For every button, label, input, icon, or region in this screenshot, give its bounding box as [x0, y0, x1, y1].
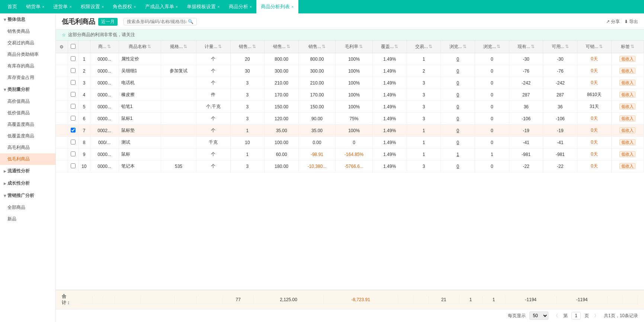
cell-name[interactable]: 橡皮擦: [119, 89, 161, 101]
col-coverage[interactable]: 覆盖...⇅: [372, 41, 407, 53]
sidebar-item-low-margin[interactable]: 低毛利商品: [0, 153, 55, 165]
cell-checkbox[interactable]: [68, 160, 78, 172]
cell-views1[interactable]: 0: [441, 101, 475, 113]
cell-checkbox[interactable]: [68, 149, 78, 160]
sidebar-item-traded-products[interactable]: 交易过的商品: [0, 37, 55, 49]
sidebar-group-growth[interactable]: ▸ 成长性分析: [0, 177, 55, 189]
col-spec[interactable]: 规格...⇅: [161, 41, 196, 53]
page-size-select[interactable]: 50 10 20 100: [529, 312, 548, 320]
cell-views1[interactable]: 1: [441, 149, 475, 160]
cell-name[interactable]: 铅笔1: [119, 101, 161, 113]
cell-views1[interactable]: 0: [441, 53, 475, 65]
row-checkbox[interactable]: [71, 152, 76, 156]
sidebar-item-low-value[interactable]: 低价值商品: [0, 107, 55, 119]
close-icon[interactable]: ×: [134, 4, 136, 9]
sidebar-group-marketing[interactable]: ▾ 营销推广分析: [0, 189, 55, 202]
col-code[interactable]: 商...⇅: [90, 41, 119, 53]
col-tag[interactable]: 标签⇅: [611, 41, 644, 53]
sidebar-item-low-coverage[interactable]: 低覆盖度商品: [0, 130, 55, 142]
cell-checkbox[interactable]: [68, 125, 78, 137]
close-icon[interactable]: ×: [217, 4, 220, 9]
nav-home[interactable]: 首页: [3, 0, 22, 13]
sidebar-item-capital-usage[interactable]: 库存资金占用: [0, 72, 55, 83]
col-available[interactable]: 可用...⇅: [543, 41, 577, 53]
col-views1[interactable]: 浏览...⇅: [441, 41, 475, 53]
sidebar-item-high-margin[interactable]: 高毛利商品: [0, 142, 55, 153]
row-checkbox[interactable]: [71, 68, 76, 73]
row-checkbox[interactable]: [71, 116, 76, 121]
cell-name[interactable]: 吴细细1: [119, 65, 161, 77]
close-icon[interactable]: ×: [42, 4, 44, 9]
col-unit[interactable]: 计量...⇅: [196, 41, 230, 53]
cell-views1[interactable]: 0: [441, 89, 475, 101]
col-saleable[interactable]: 可销...⇅: [577, 41, 612, 53]
nav-permissions[interactable]: 权限设置 ×: [76, 0, 108, 13]
col-sales-qty[interactable]: 销售...⇅: [230, 41, 265, 53]
sidebar-item-high-value[interactable]: 高价值商品: [0, 96, 55, 107]
select-all-checkbox[interactable]: [71, 44, 76, 49]
cell-name[interactable]: 鼠标垫: [119, 125, 161, 137]
col-name[interactable]: 商品名称⇅: [119, 41, 161, 53]
prev-page-button[interactable]: 〈: [552, 312, 560, 320]
row-checkbox[interactable]: [71, 104, 76, 109]
sidebar-item-category-rate[interactable]: 商品分类助销率: [0, 49, 55, 60]
cell-views1[interactable]: 0: [441, 125, 475, 137]
row-checkbox[interactable]: [71, 140, 76, 144]
cell-views1[interactable]: 0: [441, 113, 475, 125]
sidebar-group-liquidity[interactable]: ▸ 流通性分析: [0, 165, 55, 177]
sidebar-item-sales-products[interactable]: 销售类商品: [0, 26, 55, 37]
cell-views1[interactable]: 0: [441, 160, 475, 172]
share-button[interactable]: ↗ 分享: [606, 19, 620, 25]
col-gross-margin[interactable]: 毛利率⇅: [335, 41, 372, 53]
cell-views1[interactable]: 0: [441, 65, 475, 77]
nav-role-auth[interactable]: 角色授权 ×: [108, 0, 140, 13]
col-current-stock[interactable]: 现有...⇅: [509, 41, 543, 53]
nav-sales-order[interactable]: 销货单 ×: [22, 0, 49, 13]
cell-checkbox[interactable]: [68, 101, 78, 113]
nav-purchase-order[interactable]: 进货单 ×: [49, 0, 76, 13]
cell-checkbox[interactable]: [68, 53, 78, 65]
cell-checkbox[interactable]: [68, 77, 78, 89]
sidebar-group-overview[interactable]: ▾ 整体信息: [0, 13, 55, 26]
cell-views1[interactable]: 0: [441, 137, 475, 149]
cell-name[interactable]: 电话机: [119, 77, 161, 89]
close-icon[interactable]: ×: [69, 4, 71, 9]
cell-checkbox[interactable]: [68, 65, 78, 77]
col-trade[interactable]: 交易...⇅: [407, 41, 441, 53]
next-page-button[interactable]: 〉: [593, 312, 600, 320]
search-input[interactable]: [127, 19, 186, 24]
nav-product-analysis-list[interactable]: 商品分析列表 ×: [256, 0, 298, 13]
sidebar-item-high-coverage[interactable]: 高覆盖度商品: [0, 119, 55, 130]
close-icon[interactable]: ×: [176, 4, 178, 9]
sidebar-item-stock-products[interactable]: 有库存的商品: [0, 60, 55, 72]
cell-name[interactable]: 属性定价: [119, 53, 161, 65]
current-page[interactable]: 1: [571, 312, 581, 319]
close-icon[interactable]: ×: [102, 4, 104, 9]
row-checkbox[interactable]: [71, 163, 76, 168]
cell-name[interactable]: 笔记本: [119, 160, 161, 172]
sidebar-item-new-products[interactable]: 新品: [0, 213, 55, 225]
search-icon[interactable]: 🔍: [188, 19, 193, 24]
row-checkbox[interactable]: [71, 128, 76, 133]
cell-name[interactable]: 鼠标1: [119, 113, 161, 125]
sidebar-group-category[interactable]: ▾ 类别量分析: [0, 83, 55, 96]
cell-checkbox[interactable]: [68, 113, 78, 125]
row-checkbox[interactable]: [71, 80, 76, 85]
cell-views1[interactable]: 0: [441, 77, 475, 89]
row-checkbox[interactable]: [71, 92, 76, 97]
period-tag[interactable]: 近一月: [98, 18, 118, 26]
col-sales-profit[interactable]: 销售...⇅: [298, 41, 335, 53]
cell-checkbox[interactable]: [68, 137, 78, 149]
sidebar-item-all-products[interactable]: 全部商品: [0, 202, 55, 213]
cell-name[interactable]: 鼠标: [119, 149, 161, 160]
export-button[interactable]: ⬇ 导出: [624, 19, 638, 25]
nav-template-settings[interactable]: 单据模板设置 ×: [182, 0, 224, 13]
close-icon[interactable]: ×: [250, 4, 252, 9]
nav-product-analysis[interactable]: 商品分析 ×: [224, 0, 256, 13]
cell-checkbox[interactable]: [68, 89, 78, 101]
col-sales-price[interactable]: 销售...⇅: [265, 41, 299, 53]
cell-name[interactable]: 测试: [119, 137, 161, 149]
col-settings[interactable]: ⚙: [56, 41, 68, 53]
row-checkbox[interactable]: [71, 56, 76, 61]
nav-product-inbound[interactable]: 产成品入库单 ×: [141, 0, 182, 13]
